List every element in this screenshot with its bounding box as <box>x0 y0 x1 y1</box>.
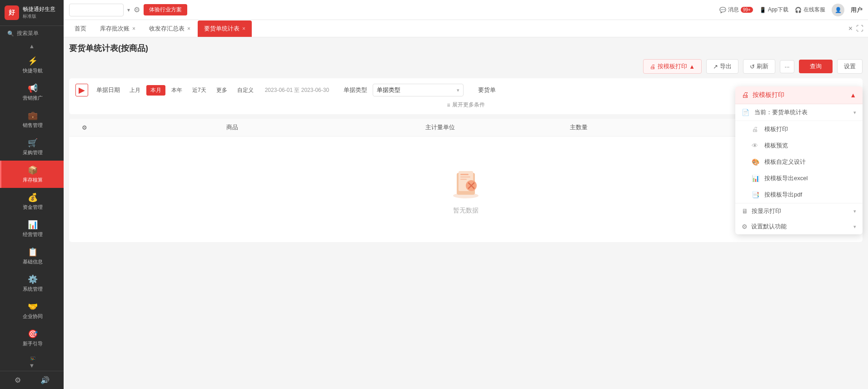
dropdown-display-print-label: 按显示打印 <box>752 207 781 215</box>
dropdown-item-template-custom[interactable]: 🎨 模板自定义设计 <box>735 154 863 170</box>
scroll-up-btn[interactable]: ▲ <box>0 41 64 51</box>
dropdown-set-default-label: 设置默认功能 <box>751 222 787 231</box>
tab-order-stats-close[interactable]: × <box>242 25 245 32</box>
dropdown-collapse-btn[interactable]: ▲ <box>850 91 856 99</box>
tab-inventory-batch-label: 库存批次账 <box>100 25 130 33</box>
template-print-dropdown: 🖨 按模板打印 ▲ 📄 当前：要货单统计表 ▾ 🖨 模板打印 👁 <box>735 86 863 234</box>
tab-order-stats[interactable]: 要货单统计表 × <box>198 20 252 37</box>
dropdown-template-preview-label: 模板预览 <box>764 141 788 150</box>
date-btn-custom[interactable]: 自定义 <box>233 85 258 96</box>
tab-order-stats-label: 要货单统计表 <box>204 25 239 33</box>
refresh-button[interactable]: ↺ 刷新 <box>743 59 775 74</box>
main-area: ▾ ⚙ 体验行业方案 💬 消息 99+ 📱 App下载 🎧 在线客服 👤 用户 <box>64 0 868 389</box>
trial-button[interactable]: 体验行业方案 <box>144 4 187 15</box>
operation-icon: 📊 <box>28 220 38 230</box>
export-label: 导出 <box>720 62 732 71</box>
tab-inventory-batch-close[interactable]: × <box>132 25 135 32</box>
quicknav-label: 快捷导航 <box>23 67 43 74</box>
avatar-icon: 👤 <box>835 7 842 13</box>
date-btn-7days[interactable]: 近7天 <box>188 85 210 96</box>
search-label: 搜索菜单 <box>17 30 39 37</box>
template-print-label: 按模板打印 <box>658 62 687 71</box>
order-type-select[interactable]: 单据类型 ▾ <box>373 84 464 96</box>
sidebar-item-appstore[interactable]: 📱 应用中心 <box>0 352 64 360</box>
dropdown-item-export-excel[interactable]: 📊 按模板导出excel <box>735 170 863 187</box>
sales-label: 销售管理 <box>23 122 43 129</box>
corp-label: 企业协同 <box>23 313 43 320</box>
dropdown-export-pdf-label: 按模板导出pdf <box>764 191 802 199</box>
export-icon: ↗ <box>713 63 718 70</box>
inventory-icon: 📦 <box>28 165 38 175</box>
th-settings[interactable]: ⚙ <box>75 124 94 131</box>
marketing-icon: 📢 <box>28 83 38 93</box>
appstore-icon: 📱 <box>28 356 38 360</box>
expand-more-btn[interactable]: ≡ 展开更多条件 <box>447 101 484 109</box>
tab-receipt-summary-close[interactable]: × <box>187 25 190 32</box>
topbar-gear-icon[interactable]: ⚙ <box>134 5 140 14</box>
export-button[interactable]: ↗ 导出 <box>706 59 738 74</box>
settings-button[interactable]: 设置 <box>837 59 863 74</box>
sidebar-item-finance[interactable]: 💰 资金管理 <box>0 188 64 215</box>
sidebar-item-quicknav[interactable]: ⚡ 快捷导航 <box>0 51 64 79</box>
online-service-btn[interactable]: 🎧 在线客服 <box>795 6 825 14</box>
tab-close-btn[interactable]: × <box>848 25 853 33</box>
th-qty: 主数量 <box>509 123 648 131</box>
topbar-search-input[interactable] <box>69 4 124 16</box>
dropdown-item-template-preview[interactable]: 👁 模板预览 <box>735 137 863 154</box>
date-label: 单据日期 <box>96 86 120 94</box>
sidebar-item-guide[interactable]: 🎯 新手引导 <box>0 324 64 352</box>
dropdown-preview-icon: 👁 <box>752 142 760 149</box>
sidebar-search[interactable]: 🔍 搜索菜单 <box>0 26 64 41</box>
date-btn-this-year[interactable]: 本年 <box>167 85 186 96</box>
date-btn-more[interactable]: 更多 <box>212 85 231 96</box>
more-button[interactable]: ··· <box>780 60 794 73</box>
dropdown-set-default-section[interactable]: ⚙ 设置默认功能 ▾ <box>735 219 863 234</box>
dropdown-item-export-pdf[interactable]: 📑 按模板导出pdf <box>735 187 863 203</box>
guide-label: 新手引导 <box>23 340 43 347</box>
topbar-dropdown-arrow[interactable]: ▾ <box>127 7 130 13</box>
sidebar-item-marketing[interactable]: 📢 营销推广 <box>0 79 64 106</box>
template-print-button[interactable]: 🖨 按模板打印 ▲ <box>643 59 702 74</box>
scroll-down-btn[interactable]: ▼ <box>0 360 64 371</box>
settings-bottom-icon[interactable]: ⚙ <box>15 376 21 384</box>
username-label: 用户 <box>851 6 863 14</box>
date-btn-last-month[interactable]: 上月 <box>125 85 145 96</box>
tab-maximize-btn[interactable]: ⛶ <box>856 25 863 33</box>
tab-inventory-batch[interactable]: 库存批次账 × <box>94 20 142 37</box>
order-type-value: 单据类型 <box>377 86 400 94</box>
user-avatar[interactable]: 👤 <box>832 4 844 16</box>
tab-receipt-summary-label: 收发存汇总表 <box>149 25 185 33</box>
dropdown-item-template-print[interactable]: 🖨 模板打印 <box>735 121 863 137</box>
dropdown-set-default-left: ⚙ 设置默认功能 <box>742 222 787 231</box>
sidebar-item-inventory[interactable]: 📦 库存核算 <box>0 161 64 188</box>
sound-icon[interactable]: 🔊 <box>40 376 50 384</box>
sidebar-item-purchase[interactable]: 🛒 采购管理 <box>0 133 64 161</box>
app-download-btn[interactable]: 📱 App下载 <box>759 6 788 14</box>
dropdown-item-current[interactable]: 📄 当前：要货单统计表 ▾ <box>735 104 863 121</box>
sidebar-item-system[interactable]: ⚙️ 系统管理 <box>0 270 64 297</box>
basic-label: 基础信息 <box>23 258 43 265</box>
sidebar-item-corp[interactable]: 🤝 企业协同 <box>0 297 64 324</box>
more-icon: ··· <box>785 63 790 70</box>
sidebar-item-basic[interactable]: 📋 基础信息 <box>0 242 64 270</box>
dropdown-current-label: 当前：要货单统计表 <box>754 108 808 116</box>
search-icon: 🔍 <box>7 30 14 37</box>
dropdown-display-print-section[interactable]: 🖥 按显示打印 ▾ <box>735 203 863 219</box>
filter-expand-arrow[interactable]: ▶ <box>75 84 88 96</box>
messages-badge: 99+ <box>741 7 753 13</box>
messages-btn[interactable]: 💬 消息 99+ <box>719 6 753 14</box>
inventory-label: 库存核算 <box>23 177 43 183</box>
topbar-right: 💬 消息 99+ 📱 App下载 🎧 在线客服 👤 用户 <box>719 4 863 16</box>
page-content: 要货单统计表(按商品) 🖨 按模板打印 ▲ ↗ 导出 ↺ 刷新 ··· 查询 <box>64 37 868 389</box>
guide-icon: 🎯 <box>28 329 38 339</box>
dropdown-custom-icon: 🎨 <box>752 158 760 166</box>
tabs-bar: 首页 库存批次账 × 收发存汇总表 × 要货单统计表 × × ⛶ <box>64 20 868 37</box>
query-button[interactable]: 查询 <box>799 60 833 73</box>
headset-icon: 🎧 <box>795 7 802 13</box>
system-label: 系统管理 <box>23 286 43 293</box>
sidebar-item-operation[interactable]: 📊 经营管理 <box>0 215 64 242</box>
sidebar-item-sales[interactable]: 💼 销售管理 <box>0 106 64 133</box>
date-btn-this-month[interactable]: 本月 <box>146 85 165 96</box>
tab-receipt-summary[interactable]: 收发存汇总表 × <box>143 20 197 37</box>
tab-home[interactable]: 首页 <box>68 20 93 37</box>
